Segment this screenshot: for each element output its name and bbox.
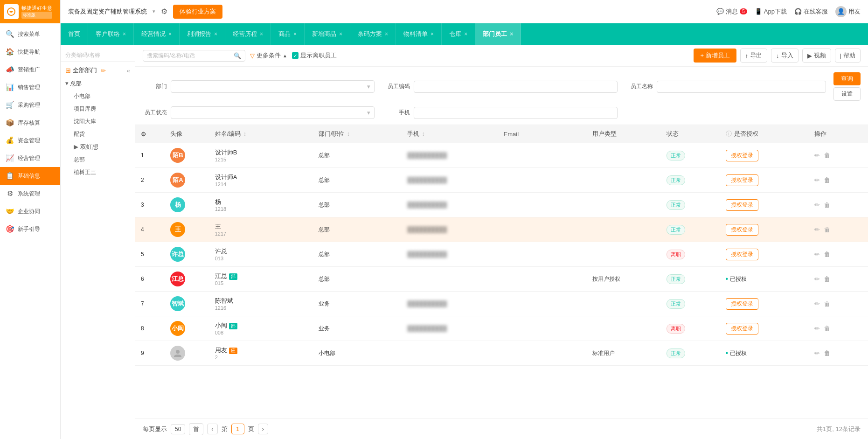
edit-icon[interactable]: ✏	[814, 176, 820, 184]
tab-home[interactable]: 首页	[61, 23, 88, 45]
tab-barcode-close[interactable]: ×	[385, 31, 388, 37]
sidebar-item-inventory[interactable]: 📦 库存核算	[0, 114, 60, 132]
tree-node-distribution[interactable]: 配货	[61, 128, 135, 140]
reset-button[interactable]: 设置	[833, 87, 861, 101]
col-dept[interactable]: 部门/职位 ↕	[313, 125, 402, 143]
query-button[interactable]: 查询	[833, 72, 861, 85]
tab-goods-close[interactable]: ×	[293, 31, 297, 37]
tree-node-electronics[interactable]: 小电部	[61, 90, 135, 103]
authorize-button[interactable]: 授权登录	[726, 174, 758, 186]
dept-filter-select[interactable]: ▾	[171, 80, 375, 93]
export-button[interactable]: ↑ 导出	[740, 49, 768, 63]
authorize-button[interactable]: 授权登录	[726, 224, 758, 236]
tab-bom-close[interactable]: ×	[431, 31, 434, 37]
more-filter-toggle[interactable]: ▽ 更多条件 ▲	[250, 51, 287, 60]
user-menu[interactable]: 👤 用友	[835, 6, 861, 17]
search-input[interactable]	[147, 52, 232, 59]
import-button[interactable]: ↓ 导入	[771, 49, 799, 63]
tab-new-goods[interactable]: 新增商品 ×	[305, 23, 350, 45]
tab-customer-close[interactable]: ×	[123, 31, 126, 37]
resigned-checkbox[interactable]	[292, 52, 299, 59]
edit-icon[interactable]: ✏	[814, 152, 820, 159]
sidebar-item-guide[interactable]: 🎯 新手引导	[0, 220, 60, 238]
tab-employees-close[interactable]: ×	[510, 31, 513, 37]
emp-status-select[interactable]: ▾	[171, 106, 375, 119]
tree-node-headquarters-group[interactable]: ▾总部	[61, 77, 135, 90]
edit-icon[interactable]: ✏	[101, 67, 106, 74]
first-page-button[interactable]: 首	[189, 423, 203, 435]
sidebar-item-system[interactable]: ⚙ 系统管理	[0, 185, 60, 202]
dropdown-icon[interactable]: ▾	[153, 8, 155, 14]
tab-profit[interactable]: 利润报告 ×	[180, 23, 225, 45]
tab-journey[interactable]: 经营历程 ×	[225, 23, 271, 45]
col-settings[interactable]: ⚙	[135, 125, 165, 143]
tree-node-shuanghong[interactable]: ▶双虹想	[61, 140, 135, 153]
delete-icon[interactable]: 🗑	[824, 226, 830, 233]
show-resigned-toggle[interactable]: 显示离职员工	[292, 51, 337, 60]
delete-icon[interactable]: 🗑	[824, 152, 830, 159]
delete-icon[interactable]: 🗑	[824, 176, 830, 184]
tab-warehouse-close[interactable]: ×	[464, 31, 467, 37]
tree-node-hq[interactable]: 总部	[61, 153, 135, 166]
collapse-icon[interactable]: «	[127, 67, 130, 74]
tab-customer[interactable]: 客户联络 ×	[88, 23, 134, 45]
emp-code-input[interactable]	[414, 81, 618, 93]
phone-input[interactable]	[414, 107, 618, 119]
sidebar-item-basic[interactable]: 📋 基础信息	[0, 167, 60, 185]
sidebar-item-sales[interactable]: 📊 销售管理	[0, 78, 60, 96]
view-button[interactable]: ▶ 视频	[802, 49, 831, 63]
tab-journey-close[interactable]: ×	[260, 31, 263, 37]
sidebar-item-corp[interactable]: 🤝 企业协同	[0, 202, 60, 220]
sidebar-item-search[interactable]: 🔍 搜索菜单	[0, 25, 60, 43]
app-download-button[interactable]: 📱 App下载	[755, 7, 787, 16]
authorize-button[interactable]: 授权登录	[726, 249, 758, 260]
next-page-button[interactable]: ›	[258, 424, 268, 434]
add-employee-button[interactable]: + 新增员工	[694, 49, 736, 63]
tree-node-project-store[interactable]: 项目库房	[61, 103, 135, 115]
prev-page-button[interactable]: ‹	[207, 424, 217, 434]
authorize-button[interactable]: 授权登录	[726, 323, 758, 334]
delete-icon[interactable]: 🗑	[824, 201, 830, 209]
tree-node-shenyang[interactable]: 沈阳大库	[61, 115, 135, 128]
authorize-button[interactable]: 授权登录	[726, 150, 758, 161]
edit-icon[interactable]: ✏	[814, 226, 820, 233]
delete-icon[interactable]: 🗑	[824, 251, 830, 258]
tab-bom[interactable]: 物料清单 ×	[396, 23, 442, 45]
message-button[interactable]: 💬 消息 5	[716, 7, 747, 16]
delete-icon[interactable]: 🗑	[824, 349, 830, 357]
tab-warehouse[interactable]: 仓库 ×	[442, 23, 475, 45]
current-page[interactable]: 1	[231, 424, 244, 434]
edit-icon[interactable]: ✏	[814, 325, 820, 332]
trial-button[interactable]: 体验行业方案	[173, 5, 222, 19]
sidebar-item-marketing[interactable]: 📣 营销推广	[0, 61, 60, 78]
tab-operations-close[interactable]: ×	[168, 31, 172, 37]
all-dept-label[interactable]: 全部部门	[73, 66, 97, 75]
edit-icon[interactable]: ✏	[814, 349, 820, 357]
col-name[interactable]: 姓名/编码 ↕	[209, 125, 313, 143]
tab-new-goods-close[interactable]: ×	[339, 31, 342, 37]
tab-employees[interactable]: 部门员工 ×	[475, 23, 521, 45]
delete-icon[interactable]: 🗑	[824, 300, 830, 307]
col-phone[interactable]: 手机 ↕	[402, 125, 498, 143]
edit-icon[interactable]: ✏	[814, 251, 820, 258]
edit-icon[interactable]: ✏	[814, 300, 820, 307]
online-service-button[interactable]: 🎧 在线客服	[794, 7, 828, 16]
tab-barcode[interactable]: 条码方案 ×	[350, 23, 396, 45]
tab-goods[interactable]: 商品 ×	[271, 23, 305, 45]
per-page-select[interactable]: 50	[171, 424, 185, 434]
dept-search-input[interactable]	[65, 52, 135, 58]
sidebar-item-operations[interactable]: 📈 经营管理	[0, 149, 60, 167]
sidebar-item-purchase[interactable]: 🛒 采购管理	[0, 96, 60, 114]
tab-profit-close[interactable]: ×	[214, 31, 217, 37]
delete-icon[interactable]: 🗑	[824, 275, 830, 283]
authorize-button[interactable]: 授权登录	[726, 199, 758, 211]
edit-icon[interactable]: ✏	[814, 275, 820, 283]
delete-icon[interactable]: 🗑	[824, 325, 830, 332]
authorize-button[interactable]: 授权登录	[726, 298, 758, 310]
sidebar-item-finance[interactable]: 💰 资金管理	[0, 132, 60, 149]
help-button[interactable]: | 帮助	[835, 49, 861, 63]
edit-icon[interactable]: ✏	[814, 201, 820, 209]
search-icon[interactable]: 🔍	[234, 52, 241, 59]
sidebar-item-shortcut[interactable]: 🏠 快捷导航	[0, 43, 60, 61]
tree-node-zhishu[interactable]: 植树王三	[61, 166, 135, 179]
